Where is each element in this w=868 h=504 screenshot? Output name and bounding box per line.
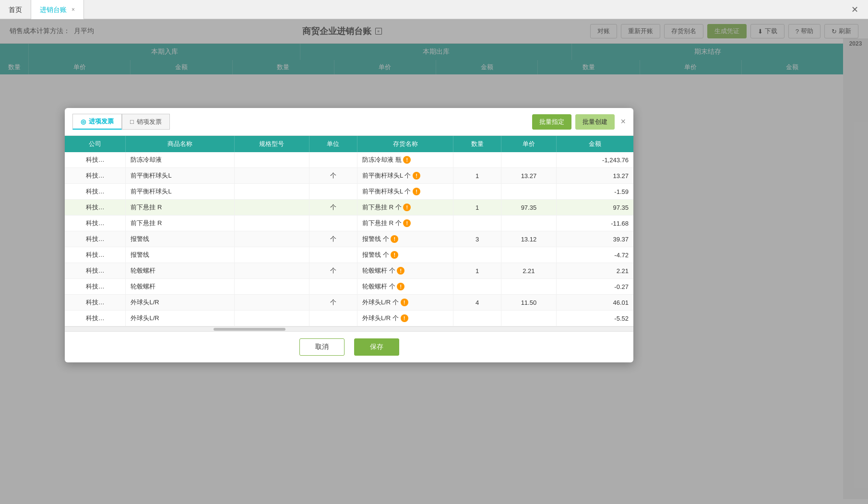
cell-inventory: 轮毂螺杆 个 !: [357, 279, 453, 295]
cell-unit: 个: [309, 295, 357, 311]
cell-inventory: 前平衡杆球头L 个 !: [357, 168, 453, 184]
warning-icon: !: [403, 156, 411, 164]
cell-quantity: [453, 311, 501, 326]
warning-icon: !: [413, 172, 420, 180]
cell-price: 97.35: [501, 200, 556, 216]
cell-product: 前平衡杆球头L: [126, 184, 235, 200]
dialog-table-wrap[interactable]: 公司 商品名称 规格型号 单位 存货名称 数量 单价 金额 科技… 防冻冷却液 …: [65, 136, 633, 326]
cell-amount: -4.72: [556, 247, 633, 263]
cell-company: 科技…: [65, 263, 126, 279]
cancel-button[interactable]: 取消: [299, 338, 345, 356]
cell-company: 科技…: [65, 216, 126, 231]
invoice-table: 公司 商品名称 规格型号 单位 存货名称 数量 单价 金额 科技… 防冻冷却液 …: [65, 136, 633, 326]
col-price: 单价: [501, 136, 556, 152]
cell-amount: -1.59: [556, 184, 633, 200]
warning-icon: !: [403, 219, 411, 227]
cell-company: 科技…: [65, 311, 126, 326]
table-header-row: 公司 商品名称 规格型号 单位 存货名称 数量 单价 金额: [65, 136, 633, 152]
cell-product: 轮毂螺杆: [126, 279, 235, 295]
table-row: 科技… 报警线 报警线 个 ! -4.72: [65, 247, 633, 263]
dialog-footer: 取消 保存: [65, 331, 633, 362]
tab-home[interactable]: 首页: [0, 0, 31, 19]
table-row: 科技… 前下悬挂 R 前下悬挂 R 个 ! -11.68: [65, 216, 633, 231]
warning-icon: !: [413, 188, 420, 195]
cell-unit: [309, 216, 357, 231]
warning-icon: !: [397, 283, 404, 290]
tab-sales-invoice[interactable]: □ 销项发票: [122, 114, 170, 130]
cell-quantity: 3: [453, 231, 501, 247]
tab-purchase-icon: ◎: [81, 118, 86, 125]
cell-company: 科技…: [65, 200, 126, 216]
cell-quantity: [453, 247, 501, 263]
tab-sales-icon: □: [130, 118, 134, 125]
cell-company: 科技…: [65, 168, 126, 184]
table-row: 科技… 前平衡杆球头L 个 前平衡杆球头L 个 ! 1 13.27 13.27: [65, 168, 633, 184]
warning-icon: !: [401, 299, 408, 306]
cell-quantity: 1: [453, 263, 501, 279]
cell-product: 防冻冷却液: [126, 152, 235, 168]
cell-unit: 个: [309, 200, 357, 216]
cell-amount: -1,243.76: [556, 152, 633, 168]
cell-amount: 39.37: [556, 231, 633, 247]
cell-price: [501, 216, 556, 231]
dialog-scrollbar[interactable]: [65, 326, 633, 331]
table-row: 科技… 报警线 个 报警线 个 ! 3 13.12 39.37: [65, 231, 633, 247]
dialog-tabs: ◎ 进项发票 □ 销项发票: [72, 114, 170, 130]
cell-unit: [309, 279, 357, 295]
cell-quantity: [453, 184, 501, 200]
cell-inventory: 报警线 个 !: [357, 247, 453, 263]
warning-icon: !: [391, 251, 398, 259]
batch-assign-button[interactable]: 批量指定: [532, 114, 571, 130]
col-spec: 规格型号: [235, 136, 309, 152]
cell-quantity: [453, 152, 501, 168]
cell-quantity: 1: [453, 200, 501, 216]
batch-create-button[interactable]: 批量创建: [575, 114, 615, 130]
cell-price: 13.12: [501, 231, 556, 247]
cell-amount: 13.27: [556, 168, 633, 184]
table-row: 科技… 前平衡杆球头L 前平衡杆球头L 个 ! -1.59: [65, 184, 633, 200]
cell-unit: 个: [309, 231, 357, 247]
cell-price: [501, 279, 556, 295]
cell-company: 科技…: [65, 279, 126, 295]
dialog-close-button[interactable]: ×: [620, 117, 626, 127]
cell-unit: 个: [309, 263, 357, 279]
cell-product: 外球头L/R: [126, 295, 235, 311]
cell-price: [501, 152, 556, 168]
col-company: 公司: [65, 136, 126, 152]
cell-amount: 97.35: [556, 200, 633, 216]
cell-price: 2.21: [501, 263, 556, 279]
table-row: 科技… 前下悬挂 R 个 前下悬挂 R 个 ! 1 97.35 97.35: [65, 200, 633, 216]
cell-product: 前下悬挂 R: [126, 200, 235, 216]
cell-product: 前下悬挂 R: [126, 216, 235, 231]
cell-spec: [235, 152, 309, 168]
cell-spec: [235, 263, 309, 279]
cell-inventory: 前平衡杆球头L 个 !: [357, 184, 453, 200]
cell-spec: [235, 231, 309, 247]
tab-close-icon[interactable]: ×: [71, 0, 75, 19]
dialog-header-actions: 批量指定 批量创建: [532, 114, 615, 130]
cell-product: 报警线: [126, 247, 235, 263]
cell-spec: [235, 200, 309, 216]
col-product: 商品名称: [126, 136, 235, 152]
warning-icon: !: [401, 314, 408, 322]
cell-quantity: [453, 216, 501, 231]
cell-spec: [235, 295, 309, 311]
cell-inventory: 轮毂螺杆 个 !: [357, 263, 453, 279]
cell-product: 外球头L/R: [126, 311, 235, 326]
cell-spec: [235, 184, 309, 200]
dialog-header: ◎ 进项发票 □ 销项发票 批量指定 批量创建 ×: [65, 108, 633, 136]
cell-price: 13.27: [501, 168, 556, 184]
warning-icon: !: [403, 204, 411, 211]
tab-purchase-invoice[interactable]: ◎ 进项发票: [72, 114, 122, 130]
save-button[interactable]: 保存: [354, 338, 399, 356]
window-close-button[interactable]: ✕: [846, 4, 863, 15]
table-row: 科技… 外球头L/R 个 外球头L/R 个 ! 4 11.50 46.01: [65, 295, 633, 311]
cell-amount: -5.52: [556, 311, 633, 326]
cell-unit: [309, 311, 357, 326]
tab-active[interactable]: 进销台账 ×: [31, 0, 84, 19]
cell-spec: [235, 279, 309, 295]
cell-company: 科技…: [65, 152, 126, 168]
warning-icon: !: [391, 235, 398, 243]
cell-inventory: 前下悬挂 R 个 !: [357, 200, 453, 216]
cell-inventory: 外球头L/R 个 !: [357, 311, 453, 326]
